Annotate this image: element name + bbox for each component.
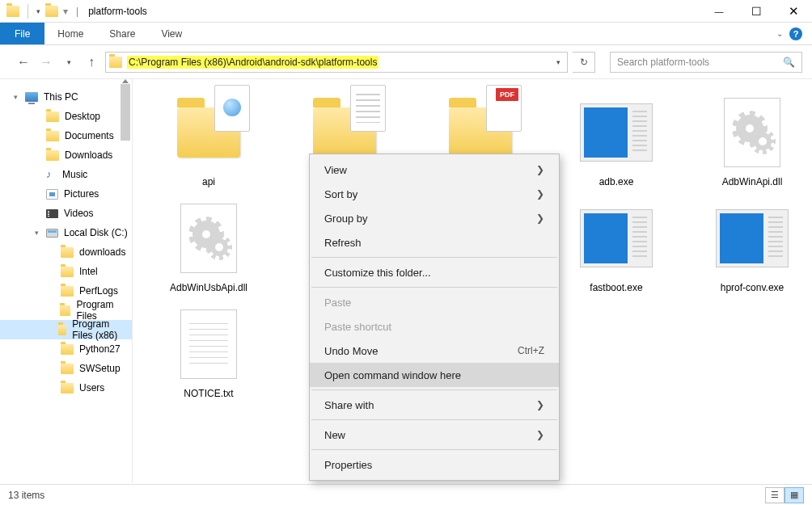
- tree-item[interactable]: Pictures: [0, 184, 132, 204]
- menu-label: Properties: [324, 459, 372, 471]
- tab-home[interactable]: Home: [44, 23, 96, 44]
- status-text: 13 items: [8, 490, 44, 501]
- help-icon[interactable]: ?: [789, 27, 802, 40]
- navigation-tree[interactable]: ▾This PCDesktopDocumentsDownloadsMusicPi…: [0, 79, 133, 483]
- ribbon: File Home Share View ⌄ ?: [0, 23, 812, 45]
- folder-icon: [61, 383, 74, 393]
- tree-item[interactable]: Downloads: [0, 145, 132, 165]
- view-icons-button[interactable]: ▦: [785, 487, 804, 503]
- tab-view[interactable]: View: [148, 23, 195, 44]
- menu-item[interactable]: Share with❯: [310, 393, 559, 417]
- folder-globe-icon: [170, 94, 247, 171]
- tree-label: This PC: [44, 91, 78, 103]
- refresh-button[interactable]: ↻: [573, 52, 595, 73]
- qat-dropdown-icon[interactable]: ▾: [36, 7, 40, 15]
- disk-icon: [46, 229, 58, 238]
- file-item[interactable]: hprof-conv.exe: [700, 200, 804, 294]
- window-controls: — ☐ ✕: [700, 0, 812, 23]
- menu-item[interactable]: New❯: [310, 423, 559, 447]
- menu-item[interactable]: Undo MoveCtrl+Z: [310, 339, 559, 363]
- file-item[interactable]: api: [157, 94, 260, 188]
- window-title: platform-tools: [88, 6, 147, 17]
- up-button[interactable]: ↑: [82, 53, 100, 71]
- tab-share[interactable]: Share: [96, 23, 148, 44]
- folder-icon: [58, 325, 67, 335]
- music-icon: [46, 170, 57, 180]
- file-item[interactable]: AdbWinApi.dll: [700, 94, 804, 188]
- tree-item[interactable]: Users: [0, 378, 132, 398]
- tree-item[interactable]: Desktop: [0, 107, 132, 126]
- tree-label: Videos: [64, 208, 93, 219]
- address-dropdown-icon[interactable]: ▾: [553, 58, 564, 66]
- minimize-button[interactable]: —: [700, 0, 738, 23]
- view-details-button[interactable]: ☰: [765, 487, 785, 503]
- folder-icon: [45, 6, 58, 17]
- tree-item[interactable]: PerfLogs: [0, 281, 132, 301]
- menu-separator: [311, 419, 557, 420]
- menu-label: Sort by: [324, 188, 357, 200]
- menu-item[interactable]: Properties: [310, 452, 559, 477]
- address-bar[interactable]: C:\Program Files (x86)\Android\android-s…: [105, 52, 568, 73]
- menu-item[interactable]: View❯: [310, 158, 559, 182]
- maximize-button[interactable]: ☐: [738, 0, 775, 23]
- dll-icon: [170, 200, 247, 277]
- tree-item[interactable]: Program Files (x86): [0, 320, 132, 339]
- collapse-ribbon-icon[interactable]: ⌄: [776, 29, 783, 38]
- tree-item[interactable]: Python27: [0, 339, 132, 359]
- menu-label: Paste: [324, 297, 351, 309]
- recent-dropdown-icon[interactable]: ▾: [60, 53, 78, 71]
- file-label: AdbWinUsbApi.dll: [157, 282, 260, 294]
- menu-label: Refresh: [324, 237, 362, 249]
- folder-icon: [61, 267, 74, 277]
- tree-label: Pictures: [64, 188, 99, 200]
- chevron-icon[interactable]: ▾: [11, 93, 19, 101]
- tree-item[interactable]: ▾Local Disk (C:): [0, 223, 132, 242]
- tree-item[interactable]: SWSetup: [0, 359, 132, 378]
- file-item[interactable]: fastboot.exe: [565, 200, 668, 294]
- tree-item[interactable]: Program Files: [0, 301, 132, 320]
- forward-button[interactable]: →: [37, 53, 55, 71]
- address-path[interactable]: C:\Program Files (x86)\Android\android-s…: [127, 56, 379, 69]
- submenu-arrow-icon: ❯: [536, 399, 544, 410]
- txt-icon: [170, 305, 247, 383]
- chevron-icon[interactable]: ▾: [32, 229, 40, 237]
- tree-label: Python27: [79, 343, 121, 355]
- folder-icon: [61, 344, 74, 355]
- tree-item[interactable]: Intel: [0, 262, 132, 281]
- menu-label: Share with: [324, 399, 374, 411]
- file-item[interactable]: adb.exe: [565, 94, 668, 188]
- close-button[interactable]: ✕: [775, 0, 812, 23]
- tree-item[interactable]: Documents: [0, 126, 132, 145]
- menu-item[interactable]: Open command window here: [310, 363, 559, 387]
- tree-item[interactable]: Videos: [0, 204, 132, 223]
- menu-separator: [311, 389, 557, 390]
- search-icon: 🔍: [783, 57, 795, 68]
- search-box[interactable]: Search platform-tools 🔍: [610, 52, 802, 73]
- folder-icon: [61, 286, 74, 297]
- pc-icon: [25, 92, 38, 102]
- file-item[interactable]: AdbWinUsbApi.dll: [157, 200, 260, 294]
- tree-item[interactable]: Music: [0, 165, 132, 184]
- tree-label: Documents: [65, 130, 114, 141]
- quick-access-toolbar: ▾ ▾ |: [0, 4, 78, 19]
- tree-label: downloads: [79, 246, 125, 258]
- menu-item[interactable]: Customize this folder...: [310, 260, 559, 284]
- tree-label: Downloads: [65, 149, 112, 161]
- tree-label: Intel: [79, 266, 98, 277]
- file-item[interactable]: NOTICE.txt: [157, 305, 260, 400]
- tree-item[interactable]: downloads: [0, 242, 132, 262]
- tree-item[interactable]: ▾This PC: [0, 87, 132, 107]
- address-folder-icon: [109, 57, 122, 68]
- tree-label: Users: [79, 382, 104, 393]
- menu-item[interactable]: Refresh: [310, 230, 559, 255]
- tree-scrollbar[interactable]: [121, 84, 130, 141]
- file-tab[interactable]: File: [0, 23, 44, 44]
- menu-item[interactable]: Group by❯: [310, 206, 559, 230]
- menu-item[interactable]: Sort by❯: [310, 182, 559, 206]
- back-button[interactable]: ←: [15, 53, 32, 71]
- folder-icon: [46, 112, 59, 122]
- context-menu: View❯Sort by❯Group by❯RefreshCustomize t…: [309, 154, 560, 481]
- tree-label: Local Disk (C:): [64, 227, 128, 238]
- dll-icon: [713, 94, 791, 171]
- exe-icon: [713, 200, 791, 277]
